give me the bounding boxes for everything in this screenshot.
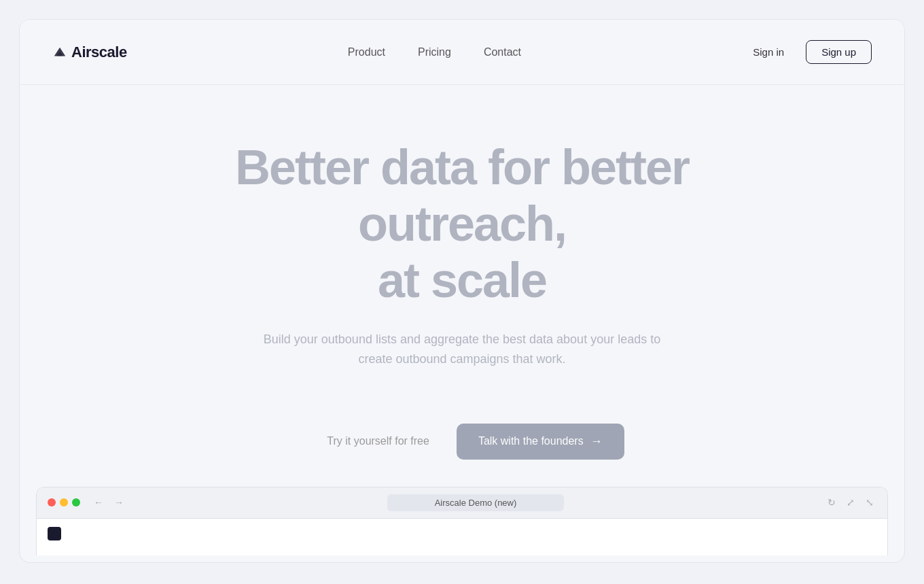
outer-wrapper: Airscale Product Pricing Contact Sign in… [0, 0, 924, 584]
browser-actions: ↻ ⤢ ⤡ [825, 496, 876, 509]
browser-mockup: ← → Airscale Demo (new) ↻ ⤢ ⤡ [36, 487, 888, 555]
arrow-icon: → [590, 434, 603, 449]
talk-founders-label: Talk with the founders [478, 435, 584, 447]
address-text[interactable]: Airscale Demo (new) [387, 494, 564, 511]
traffic-lights [48, 498, 80, 506]
try-free-button[interactable]: Try it yourself for free [300, 424, 457, 458]
logo-icon [52, 45, 67, 60]
nav-actions: Sign in Sign up [742, 40, 872, 64]
hero-title-line1: Better data for better outreach, [235, 140, 689, 251]
browser-nav: ← → [91, 496, 126, 509]
fullscreen-button[interactable]: ⤡ [863, 496, 876, 509]
maximize-dot[interactable] [72, 498, 80, 506]
minimize-dot[interactable] [60, 498, 68, 506]
logo-text: Airscale [71, 44, 127, 61]
nav-contact[interactable]: Contact [484, 46, 521, 58]
close-dot[interactable] [48, 498, 56, 506]
browser-address-bar: Airscale Demo (new) [135, 494, 817, 511]
nav-product[interactable]: Product [348, 46, 385, 58]
signup-button[interactable]: Sign up [806, 40, 872, 64]
main-card: Airscale Product Pricing Contact Sign in… [19, 19, 905, 563]
hero-subtitle: Build your outbound lists and aggregate … [258, 330, 666, 369]
forward-button[interactable]: → [111, 496, 126, 509]
talk-founders-button[interactable]: Talk with the founders → [457, 424, 624, 460]
signin-button[interactable]: Sign in [742, 41, 795, 63]
browser-bar: ← → Airscale Demo (new) ↻ ⤢ ⤡ [37, 487, 887, 519]
refresh-button[interactable]: ↻ [825, 496, 838, 509]
hero-title-line2: at scale [378, 253, 546, 307]
external-link-button[interactable]: ⤢ [844, 496, 857, 509]
cta-row: Try it yourself for free Talk with the f… [300, 424, 624, 460]
nav-pricing[interactable]: Pricing [418, 46, 451, 58]
browser-content [37, 519, 887, 555]
logo-link[interactable]: Airscale [52, 44, 127, 61]
back-button[interactable]: ← [91, 496, 106, 509]
navbar: Airscale Product Pricing Contact Sign in… [20, 20, 904, 85]
nav-links: Product Pricing Contact [348, 46, 521, 58]
hero-title: Better data for better outreach, at scal… [156, 139, 768, 308]
hero-section: Better data for better outreach, at scal… [20, 85, 904, 460]
browser-favicon [48, 527, 61, 540]
